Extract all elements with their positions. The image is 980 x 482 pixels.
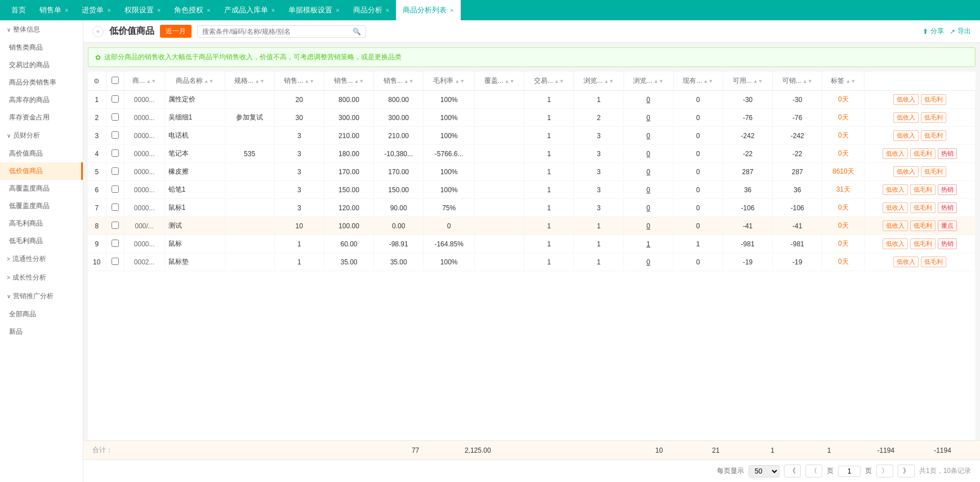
row-view1[interactable]: 0 <box>623 127 673 145</box>
row-checkbox[interactable] <box>106 145 124 163</box>
sidebar-item-low-coverage[interactable]: 低覆盖度商品 <box>0 197 83 215</box>
close-icon[interactable]: × <box>450 7 453 14</box>
first-page-btn[interactable]: 《 <box>784 465 801 477</box>
row-checkbox[interactable] <box>106 235 124 253</box>
sidebar-item-high-stock[interactable]: 高库存的商品 <box>0 91 83 109</box>
share-button[interactable]: ⬆ 分享 <box>923 26 944 36</box>
row-trade: 2 <box>574 109 623 127</box>
sidebar-section-liquidity[interactable]: > 流通性分析 <box>0 250 83 268</box>
col-sale1[interactable]: 销售...▲▼ <box>274 72 324 91</box>
sidebar-section-marketing[interactable]: ∨ 营销推广分析 <box>0 287 83 306</box>
col-tags[interactable]: 标签▲▼ <box>822 72 865 91</box>
export-button[interactable]: ↗ 导出 <box>950 26 971 36</box>
nav-home[interactable]: 首页 <box>5 0 33 20</box>
row-view1[interactable]: 0 <box>623 109 673 127</box>
col-stock1[interactable]: 现有...▲▼ <box>673 72 723 91</box>
row-stock1: -30 <box>723 91 772 109</box>
col-trade[interactable]: 交易...▲▼ <box>524 72 574 91</box>
prev-page-btn[interactable]: 〈 <box>805 465 822 477</box>
row-checkbox[interactable] <box>106 253 124 271</box>
sidebar-item-inventory-capital[interactable]: 库存资金占用 <box>0 109 83 126</box>
col-view1[interactable]: 浏览...▲▼ <box>574 72 623 91</box>
close-icon[interactable]: × <box>336 7 339 14</box>
row-checkbox[interactable] <box>106 109 124 127</box>
col-sale3[interactable]: 销售...▲▼ <box>374 72 424 91</box>
row-code: 000/... <box>124 217 164 235</box>
row-gross <box>475 109 524 127</box>
page-size-label: 每页显示 <box>717 466 744 476</box>
row-view1[interactable]: 0 <box>623 181 673 199</box>
sidebar-item-low-value[interactable]: 低价值商品 <box>0 162 83 180</box>
row-view1[interactable]: 0 <box>623 163 673 181</box>
row-code: 0000... <box>124 163 164 181</box>
select-all-checkbox[interactable] <box>112 77 119 84</box>
nav-tab-permission[interactable]: 权限设置 × <box>118 0 167 20</box>
sidebar-item-low-margin[interactable]: 低毛利商品 <box>0 232 83 250</box>
close-icon[interactable]: × <box>386 7 389 14</box>
search-icon[interactable]: 🔍 <box>353 28 361 36</box>
row-view1[interactable]: 0 <box>623 199 673 217</box>
sidebar-section-growth[interactable]: > 成长性分析 <box>0 268 83 287</box>
row-view1[interactable]: 0 <box>623 217 673 235</box>
row-view2: 0 <box>673 145 723 163</box>
sidebar-item-category-sales[interactable]: 商品分类销售率 <box>0 74 83 91</box>
sidebar-item-all-goods[interactable]: 全部商品 <box>0 306 83 323</box>
col-gross[interactable]: 毛利率▲▼ <box>424 72 475 91</box>
page-input[interactable] <box>838 466 861 477</box>
sidebar-item-new-goods[interactable]: 新品 <box>0 323 83 341</box>
row-sale1: 60.00 <box>324 235 373 253</box>
collapse-button[interactable]: « <box>92 26 104 37</box>
sidebar-section-overall[interactable]: ∨ 整体信息 <box>0 20 83 39</box>
close-icon[interactable]: × <box>107 7 110 14</box>
close-icon[interactable]: × <box>65 7 68 14</box>
col-view2[interactable]: 浏览...▲▼ <box>623 72 673 91</box>
sidebar-item-high-margin[interactable]: 高毛利商品 <box>0 215 83 232</box>
row-view1[interactable]: 1 <box>623 235 673 253</box>
nav-tab-purchase[interactable]: 进货单 × <box>75 0 117 20</box>
row-checkbox[interactable] <box>106 181 124 199</box>
sidebar-item-traded-goods[interactable]: 交易过的商品 <box>0 56 83 74</box>
row-code: 0000... <box>124 91 164 109</box>
sidebar-item-high-coverage[interactable]: 高覆盖度商品 <box>0 180 83 197</box>
row-gross <box>475 217 524 235</box>
last-page-btn[interactable]: 》 <box>898 465 915 477</box>
nav-tab-product-analysis[interactable]: 商品分析 × <box>346 0 396 20</box>
col-stock2[interactable]: 可用...▲▼ <box>723 72 772 91</box>
row-checkbox[interactable] <box>106 91 124 109</box>
row-view1[interactable]: 0 <box>623 145 673 163</box>
col-spec[interactable]: 规格...▲▼ <box>225 72 274 91</box>
row-name: 鼠标1 <box>164 199 225 217</box>
row-view1[interactable]: 0 <box>623 253 673 271</box>
nav-tab-product-inbound[interactable]: 产成品入库单 × <box>217 0 282 20</box>
search-box[interactable]: 🔍 <box>197 25 366 38</box>
row-checkbox[interactable] <box>106 127 124 145</box>
col-name[interactable]: 商品名称▲▼ <box>164 72 225 91</box>
table-row: 4 0000... 笔记本 535 3 180.00 -10,380... -5… <box>88 145 975 163</box>
col-settings[interactable]: ⚙ <box>88 72 106 91</box>
page-size-select[interactable]: 50 100 200 <box>749 465 779 477</box>
close-icon[interactable]: × <box>157 7 161 14</box>
nav-tab-role[interactable]: 角色授权 × <box>167 0 217 20</box>
date-filter-button[interactable]: 近一月 <box>160 25 191 38</box>
search-input[interactable] <box>202 28 350 36</box>
next-page-btn[interactable]: 〉 <box>876 465 893 477</box>
sidebar-item-high-value[interactable]: 高价值商品 <box>0 145 83 162</box>
row-view1[interactable]: 0 <box>623 91 673 109</box>
col-stock3[interactable]: 可销...▲▼ <box>773 72 822 91</box>
col-checkbox-all[interactable] <box>106 72 124 91</box>
close-icon[interactable]: × <box>271 7 275 14</box>
sidebar-item-sales-goods[interactable]: 销售类商品 <box>0 39 83 56</box>
row-checkbox[interactable] <box>106 199 124 217</box>
close-icon[interactable]: × <box>207 7 210 14</box>
table-container[interactable]: ⚙ 商...▲▼ 商品名称▲▼ 规格...▲▼ 销售...▲▼ 销售...▲▼ … <box>88 72 975 440</box>
row-checkbox[interactable] <box>106 217 124 235</box>
sidebar-section-financial[interactable]: ∨ 员财分析 <box>0 126 83 145</box>
nav-tab-sales-order[interactable]: 销售单 × <box>33 0 75 20</box>
col-sale2[interactable]: 销售...▲▼ <box>324 72 373 91</box>
notice-bar: ✿ 这部分商品的销售收入大幅低于商品平均销售收入，价值不高，可考虑调整营销策略，… <box>88 47 975 67</box>
col-code[interactable]: 商...▲▼ <box>124 72 164 91</box>
nav-tab-product-analysis-list[interactable]: 商品分析列表 × <box>396 0 460 20</box>
col-cover[interactable]: 覆盖...▲▼ <box>475 72 524 91</box>
row-checkbox[interactable] <box>106 163 124 181</box>
nav-tab-template[interactable]: 单据模板设置 × <box>282 0 346 20</box>
